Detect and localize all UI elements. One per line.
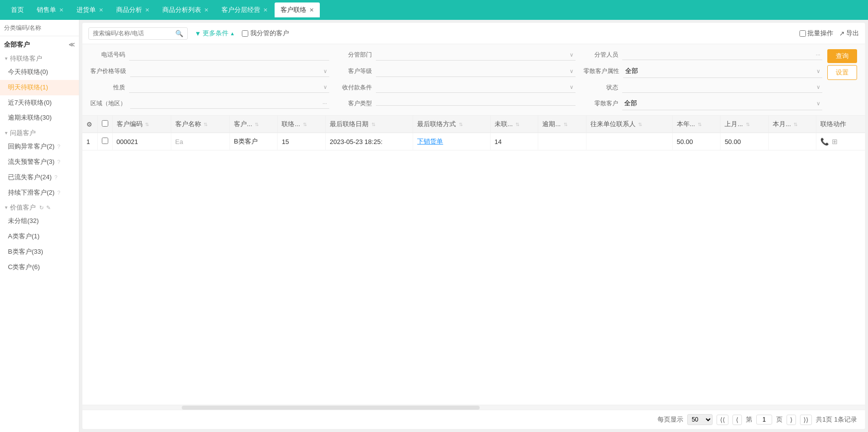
filter-dept-select[interactable]: ∨	[376, 50, 576, 61]
th-gear[interactable]: ⚙	[82, 116, 97, 133]
filter-search-icon[interactable]: 🔍	[175, 30, 183, 37]
filter-gender-select[interactable]: ∨	[129, 82, 329, 93]
all-customers-header[interactable]: 全部客户 ≪	[0, 36, 79, 51]
select-all-checkbox[interactable]	[102, 120, 108, 127]
sidebar-item-7days[interactable]: 近7天待联络(0)	[0, 95, 79, 111]
gear-icon[interactable]: ⚙	[86, 121, 92, 128]
value-edit-icon[interactable]: ✎	[46, 205, 51, 211]
nav-sales[interactable]: 销售单 ✕	[31, 2, 70, 17]
th-last-month[interactable]: 上月... ⇅	[721, 116, 769, 133]
filter-status-select[interactable]: ∨	[622, 82, 822, 93]
sidebar-item-churned[interactable]: 已流失客户(24) ?	[0, 170, 79, 185]
my-customers-checkbox[interactable]: 我分管的客户	[242, 29, 289, 38]
first-page-btn[interactable]: ⟨⟨	[717, 415, 728, 425]
query-button[interactable]: 查询	[827, 49, 857, 63]
th-contact-person[interactable]: 往来单位联系人 ⇅	[586, 116, 672, 133]
pending-group-title[interactable]: ▼ 待联络客户	[0, 51, 79, 65]
problem-group-title[interactable]: ▼ 问题客户	[0, 126, 79, 139]
sidebar-item-tomorrow[interactable]: 明天待联络(1)	[0, 80, 79, 95]
last-page-btn[interactable]: ⟩⟩	[800, 415, 812, 425]
nav-customer-contact-close[interactable]: ✕	[309, 7, 314, 13]
problem-group-label: 问题客户	[10, 129, 36, 138]
value-tri-icon: ▼	[4, 205, 8, 210]
help-icon-3: ?	[54, 174, 57, 180]
sidebar-item-ungrouped[interactable]: 未分组(32)	[0, 214, 79, 229]
th-contact-count[interactable]: 联络... ⇅	[278, 116, 326, 133]
main-layout: 🔍 全部客户 ≪ ▼ 待联络客户 今天待联络(0) 明天待联络(1) 近7天待联…	[0, 20, 868, 432]
export-btn[interactable]: ↗ 导出	[839, 29, 859, 38]
td-customer-type-value: B类客户	[234, 138, 258, 145]
prev-page-btn[interactable]: ⟨	[732, 415, 742, 425]
td-last-method-link[interactable]: 下销货单	[417, 138, 443, 145]
batch-op-check[interactable]	[799, 30, 806, 37]
td-actions: 📞 ⊞	[816, 133, 865, 150]
nav-sales-close[interactable]: ✕	[59, 7, 64, 13]
batch-op-btn[interactable]: 批量操作	[799, 29, 833, 38]
sidebar-item-class-a[interactable]: A类客户(1)	[0, 229, 79, 244]
nav-customer-tier[interactable]: 客户分层经营 ✕	[216, 2, 274, 17]
value-group-title[interactable]: ▼ 价值客户 ↻ ✎	[0, 200, 79, 214]
filter-region-select[interactable]: ···	[130, 98, 329, 109]
filter-customer-type-select[interactable]	[376, 101, 576, 106]
export-icon: ↗	[839, 30, 845, 37]
my-customers-label: 我分管的客户	[250, 29, 289, 38]
sidebar-item-declining[interactable]: 持续下滑客户(2) ?	[0, 185, 79, 201]
filter-retail-customer-select[interactable]: 全部 ∨	[622, 97, 822, 110]
filter-search-input[interactable]	[93, 30, 173, 37]
phone-action-icon[interactable]: 📞	[820, 138, 829, 145]
horizontal-scrollbar[interactable]	[82, 405, 865, 410]
filter-retail-attr-select[interactable]: 全部 ∨	[623, 65, 822, 78]
th-unlocked[interactable]: 未联... ⇅	[490, 116, 538, 133]
nav-product-list-close[interactable]: ✕	[204, 7, 209, 13]
value-refresh-icon[interactable]: ↻	[39, 205, 44, 211]
nav-customer-contact-label: 客户联络	[281, 5, 306, 14]
nav-purchase[interactable]: 进货单 ✕	[71, 2, 109, 17]
setting-button[interactable]: 设置	[827, 65, 857, 80]
sidebar-item-overdue[interactable]: 逾期未联络(30)	[0, 110, 79, 126]
filter-phone-input[interactable]	[129, 49, 329, 61]
scrollbar-track[interactable]	[182, 406, 480, 410]
nav-product-analysis-close[interactable]: ✕	[145, 7, 149, 13]
filter-customer-level-select[interactable]: ∨	[376, 66, 576, 77]
td-checkbox[interactable]	[97, 133, 112, 150]
th-last-date[interactable]: 最后联络日期 ⇅	[326, 116, 413, 133]
filter-price-level-field: 客户价格等级 ∨	[90, 66, 329, 77]
filter-price-level-select[interactable]: ∨	[130, 66, 329, 77]
filter-retail-attr-value: 全部	[625, 67, 638, 75]
nav-customer-tier-close[interactable]: ✕	[263, 7, 268, 13]
row-checkbox[interactable]	[102, 138, 108, 144]
filter-payment-select[interactable]: ∨	[376, 82, 576, 93]
next-page-btn[interactable]: ⟩	[787, 415, 796, 425]
th-this-month[interactable]: 本月... ⇅	[768, 116, 816, 133]
all-customers-label: 全部客户	[4, 40, 30, 49]
th-this-year[interactable]: 本年... ⇅	[672, 116, 721, 133]
more-filters-arrow: ▲	[230, 31, 235, 36]
more-filters-btn[interactable]: ▼ 更多条件 ▲	[192, 27, 238, 40]
sidebar-item-churn-warning[interactable]: 流失预警客户(3) ?	[0, 154, 79, 170]
sidebar-item-today[interactable]: 今天待联络(0)	[0, 65, 79, 80]
nav-home[interactable]: 首页	[5, 2, 30, 17]
filter-manager-select[interactable]: ···	[622, 50, 822, 60]
th-name[interactable]: 客户名称 ⇅	[171, 116, 229, 133]
nav-purchase-close[interactable]: ✕	[99, 7, 103, 13]
page-input[interactable]	[756, 415, 772, 425]
content-area: 🔍 ▼ 更多条件 ▲ 我分管的客户 批量操作 ↗ 导出	[82, 23, 865, 429]
th-code[interactable]: 客户编码 ⇅	[112, 116, 171, 133]
th-last-method[interactable]: 最后联络方式 ⇅	[413, 116, 490, 133]
filter-region-arrow: ···	[323, 100, 327, 106]
sidebar-item-class-b[interactable]: B类客户(33)	[0, 244, 79, 260]
td-contact-person	[586, 133, 672, 150]
per-page-select[interactable]: 50 100 200	[687, 414, 713, 425]
th-customer-type[interactable]: 客户... ⇅	[229, 116, 278, 133]
nav-product-analysis[interactable]: 商品分析 ✕	[110, 2, 155, 17]
filter-search-box: 🔍	[88, 27, 188, 40]
grid-action-icon[interactable]: ⊞	[832, 138, 838, 145]
my-customers-check[interactable]	[242, 30, 248, 37]
th-overdue[interactable]: 逾期... ⇅	[538, 116, 586, 133]
th-checkbox[interactable]	[97, 116, 112, 133]
nav-customer-contact[interactable]: 客户联络 ✕	[275, 2, 320, 17]
sidebar-search-input[interactable]	[4, 24, 78, 31]
sidebar-item-class-c[interactable]: C类客户(6)	[0, 260, 79, 275]
sidebar-item-repurchase-anomaly[interactable]: 回购异常客户(2) ?	[0, 139, 79, 154]
nav-product-list[interactable]: 商品分析列表 ✕	[156, 2, 215, 17]
